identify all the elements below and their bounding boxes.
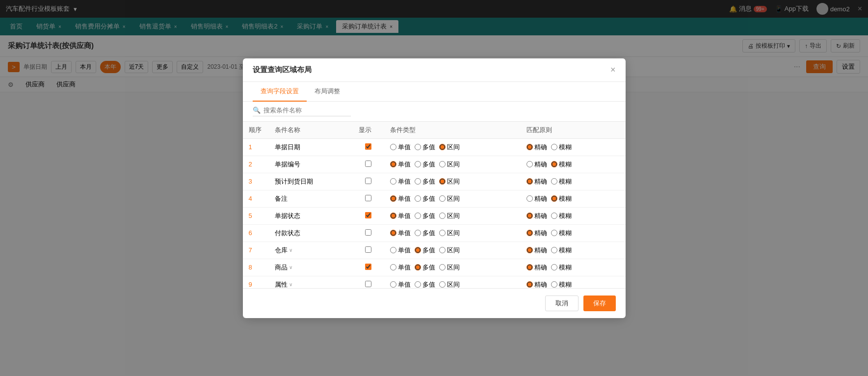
chevron-down-icon: ∨	[289, 282, 292, 287]
cell-show	[353, 224, 384, 242]
cell-name: 单据状态	[269, 207, 353, 224]
type-radio-multi[interactable]: 多值	[415, 280, 435, 288]
type-radio-single[interactable]: 单值	[390, 177, 411, 186]
show-checkbox[interactable]	[365, 281, 371, 287]
type-radio-single[interactable]: 单值	[390, 212, 411, 220]
rule-radio-exact[interactable]: 精确	[526, 246, 547, 255]
type-radio-range[interactable]: 区间	[439, 229, 460, 238]
rule-radio-exact[interactable]: 精确	[526, 143, 547, 152]
search-box: 🔍	[253, 107, 351, 116]
type-radio-single[interactable]: 单值	[390, 160, 411, 169]
show-checkbox[interactable]	[365, 212, 371, 218]
cell-rule: 精确模糊	[521, 259, 626, 276]
show-checkbox[interactable]	[365, 229, 371, 236]
type-radio-single[interactable]: 单值	[390, 194, 411, 203]
cell-rule: 精确模糊	[521, 242, 626, 259]
cell-name: 单据编号	[269, 156, 353, 173]
type-radio-single[interactable]: 单值	[390, 143, 411, 152]
type-radio-single[interactable]: 单值	[390, 280, 411, 288]
save-btn[interactable]: 保存	[583, 295, 616, 311]
show-checkbox[interactable]	[365, 161, 371, 167]
show-checkbox[interactable]	[365, 264, 371, 270]
type-radio-multi[interactable]: 多值	[415, 160, 435, 169]
type-radio-range[interactable]: 区间	[439, 160, 460, 169]
type-radio-single[interactable]: 单值	[390, 263, 411, 272]
modal-header: 设置查询区域布局 ×	[243, 58, 626, 82]
cell-show	[353, 207, 384, 224]
type-radio-multi[interactable]: 多值	[415, 263, 435, 272]
cell-type: 单值多值区间	[384, 242, 521, 259]
rule-radio-exact[interactable]: 精确	[526, 263, 547, 272]
chevron-down-icon: ∨	[289, 247, 292, 253]
cell-rule: 精确模糊	[521, 190, 626, 207]
cell-order: 6	[243, 224, 269, 242]
cell-show	[353, 156, 384, 173]
type-radio-multi[interactable]: 多值	[415, 177, 435, 186]
cell-order: 2	[243, 156, 269, 173]
table-row: 3预计到货日期单值多值区间精确模糊	[243, 173, 626, 190]
rule-radio-exact[interactable]: 精确	[526, 177, 547, 186]
conditions-table: 顺序 条件名称 显示 条件类型 匹配原则 1单据日期单值多值区间精确模糊2单据编…	[243, 121, 626, 288]
cell-name: 仓库∨	[269, 242, 353, 259]
type-radio-range[interactable]: 区间	[439, 194, 460, 203]
th-name: 条件名称	[269, 121, 353, 138]
rule-radio-fuzzy[interactable]: 模糊	[551, 143, 572, 152]
show-checkbox[interactable]	[365, 195, 371, 201]
search-input[interactable]	[263, 107, 342, 114]
chevron-down-icon: ∨	[289, 265, 292, 270]
type-radio-range[interactable]: 区间	[439, 246, 460, 255]
type-radio-range[interactable]: 区间	[439, 177, 460, 186]
cell-name: 单据日期	[269, 138, 353, 156]
show-checkbox[interactable]	[365, 143, 371, 150]
cancel-btn[interactable]: 取消	[545, 295, 579, 311]
rule-radio-exact[interactable]: 精确	[526, 194, 547, 203]
cell-name: 付款状态	[269, 224, 353, 242]
rule-radio-fuzzy[interactable]: 模糊	[551, 263, 572, 272]
type-radio-range[interactable]: 区间	[439, 212, 460, 220]
cell-type: 单值多值区间	[384, 276, 521, 288]
show-checkbox[interactable]	[365, 246, 371, 253]
th-order: 顺序	[243, 121, 269, 138]
rule-radio-fuzzy[interactable]: 模糊	[551, 280, 572, 288]
cell-type: 单值多值区间	[384, 224, 521, 242]
rule-radio-fuzzy[interactable]: 模糊	[551, 246, 572, 255]
table-row: 6付款状态单值多值区间精确模糊	[243, 224, 626, 242]
cell-show	[353, 259, 384, 276]
th-rule: 匹配原则	[521, 121, 626, 138]
content-area: 采购订单统计表(按供应商) 🖨 按模板打印 ▾ ↑ 导出 ↻ 刷新 > 单据日期…	[0, 35, 868, 376]
type-radio-multi[interactable]: 多值	[415, 194, 435, 203]
modal-tab-field-settings[interactable]: 查询字段设置	[253, 82, 307, 102]
type-radio-single[interactable]: 单值	[390, 229, 411, 238]
rule-radio-exact[interactable]: 精确	[526, 229, 547, 238]
rule-radio-fuzzy[interactable]: 模糊	[551, 160, 572, 169]
cell-order: 8	[243, 259, 269, 276]
modal-tab-layout-label: 布局调整	[315, 87, 340, 95]
cell-show	[353, 138, 384, 156]
table-row: 4备注单值多值区间精确模糊	[243, 190, 626, 207]
rule-radio-exact[interactable]: 精确	[526, 160, 547, 169]
type-radio-multi[interactable]: 多值	[415, 212, 435, 220]
modal-close-btn[interactable]: ×	[610, 65, 616, 74]
rule-radio-fuzzy[interactable]: 模糊	[551, 177, 572, 186]
type-radio-multi[interactable]: 多值	[415, 246, 435, 255]
cell-order: 3	[243, 173, 269, 190]
cell-show	[353, 242, 384, 259]
rule-radio-exact[interactable]: 精确	[526, 280, 547, 288]
table-row: 1单据日期单值多值区间精确模糊	[243, 138, 626, 156]
show-checkbox[interactable]	[365, 178, 371, 184]
cell-name: 商品∨	[269, 259, 353, 276]
modal-tab-layout[interactable]: 布局调整	[307, 82, 348, 102]
rule-radio-fuzzy[interactable]: 模糊	[551, 212, 572, 220]
table-scroll[interactable]: 顺序 条件名称 显示 条件类型 匹配原则 1单据日期单值多值区间精确模糊2单据编…	[243, 121, 626, 288]
modal-footer: 取消 保存	[243, 288, 626, 318]
type-radio-multi[interactable]: 多值	[415, 143, 435, 152]
rule-radio-fuzzy[interactable]: 模糊	[551, 194, 572, 203]
rule-radio-fuzzy[interactable]: 模糊	[551, 229, 572, 238]
type-radio-multi[interactable]: 多值	[415, 229, 435, 238]
type-radio-single[interactable]: 单值	[390, 246, 411, 255]
cell-show	[353, 190, 384, 207]
rule-radio-exact[interactable]: 精确	[526, 212, 547, 220]
type-radio-range[interactable]: 区间	[439, 143, 460, 152]
type-radio-range[interactable]: 区间	[439, 263, 460, 272]
type-radio-range[interactable]: 区间	[439, 280, 460, 288]
